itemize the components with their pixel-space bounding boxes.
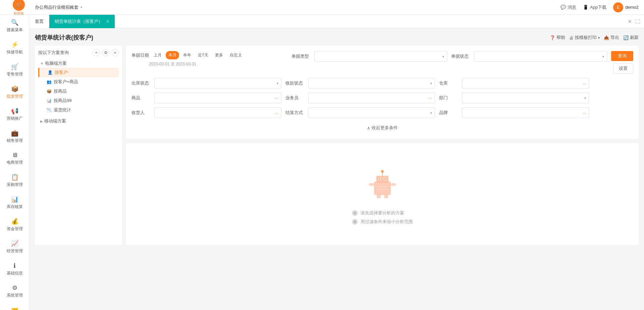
sidebar-item-purchase-mgmt[interactable]: 📋 采购管理 bbox=[0, 169, 29, 192]
salesman-dots: ··· bbox=[428, 96, 432, 101]
home-tab-label: 首页 bbox=[35, 18, 44, 24]
export-icon: 📤 bbox=[604, 35, 609, 40]
split-layout: 按以下方案查询 + ⚙ « ▼ 电脑端方案 bbox=[35, 46, 639, 245]
scheme-item-by-product-99[interactable]: 📊 按商品99 bbox=[38, 96, 119, 105]
sidebar-item-enterprise-collab[interactable]: 🤝 企业协同 bbox=[0, 302, 29, 310]
outbound-control[interactable]: ▾ bbox=[154, 78, 281, 89]
date-range: 2023-03-01 至 2023-03-31 bbox=[131, 61, 287, 67]
help-button[interactable]: ❓ 帮助 bbox=[550, 35, 565, 41]
scheme-add-button[interactable]: + bbox=[93, 49, 100, 56]
warehouse-control[interactable]: ··· bbox=[462, 78, 589, 89]
date-tab-more[interactable]: 更多 bbox=[212, 51, 226, 59]
scheme-item-return-stat[interactable]: 📉 退货统计 bbox=[38, 105, 119, 115]
receipt-arrow: ▾ bbox=[430, 82, 432, 85]
sidebar-item-finance-mgmt[interactable]: 💰 资金管理 bbox=[0, 214, 29, 236]
print-label: 按模板打印 bbox=[575, 35, 597, 41]
date-tab-last-month[interactable]: 上月 bbox=[151, 51, 164, 59]
scheme-settings-button[interactable]: ⚙ bbox=[102, 49, 109, 56]
message-action[interactable]: 💬 消息 bbox=[560, 4, 576, 10]
filter-row-3: 商品 ··· 业务员 bbox=[131, 93, 633, 103]
date-label: 单据日期 bbox=[131, 52, 149, 58]
sidebar-item-marketing[interactable]: 📢 营销推广 bbox=[0, 103, 29, 125]
receiver-dots: ··· bbox=[275, 110, 278, 115]
dept-filter: 部门 ▾ bbox=[439, 93, 589, 103]
receipt-label: 收款状态 bbox=[285, 80, 306, 86]
scheme-item-by-customer[interactable]: 👤 按客户 bbox=[38, 68, 119, 77]
date-filter-inner: 单据日期 上月 本月 本年 近7天 更多 自定义 bbox=[131, 51, 287, 59]
print-button[interactable]: 🖨 按模板打印 ▾ bbox=[569, 35, 600, 41]
query-button[interactable]: 查询 bbox=[611, 51, 633, 61]
order-type-label: 单据类型 bbox=[291, 53, 312, 59]
order-type-control[interactable]: ▾ bbox=[314, 51, 447, 62]
scheme-collapse-button[interactable]: « bbox=[111, 49, 119, 56]
sidebar-item-quick-nav[interactable]: ⚡ 快捷导航 bbox=[0, 37, 29, 59]
action-buttons: 查询 设置 bbox=[611, 51, 633, 74]
collapse-bar[interactable]: ∧ 收起更多条件 bbox=[131, 122, 633, 134]
sidebar-item-label: 批发管理 bbox=[7, 94, 23, 99]
sidebar-item-label: 营销推广 bbox=[7, 116, 23, 121]
app-download-action[interactable]: 📱 App下载 bbox=[583, 4, 606, 10]
sidebar-item-wholesale-mgmt[interactable]: 📦 批发管理 bbox=[0, 81, 29, 103]
tab-home[interactable]: 首页 bbox=[30, 15, 49, 28]
scheme-header: 按以下方案查询 + ⚙ « bbox=[38, 49, 119, 56]
logo-icon: 🛒 bbox=[13, 0, 25, 11]
return-stat-icon: 📉 bbox=[46, 107, 52, 113]
tab-sales-stat[interactable]: 销货单统计表（按客户） ✕ bbox=[49, 15, 115, 28]
order-status-control[interactable]: ▾ bbox=[474, 51, 607, 62]
salesman-label: 业务员 bbox=[285, 95, 306, 101]
dept-control[interactable]: ▾ bbox=[462, 93, 589, 103]
sidebar-item-system-mgmt[interactable]: ⚙ 系统管理 bbox=[0, 280, 29, 302]
refresh-button[interactable]: 🔄 刷新 bbox=[623, 35, 639, 41]
set-button[interactable]: 设置 bbox=[613, 63, 633, 74]
salesman-control[interactable]: ··· bbox=[308, 93, 435, 103]
sidebar-item-inventory[interactable]: 📊 库存核算 bbox=[0, 192, 29, 214]
export-button[interactable]: 📤 导出 bbox=[604, 35, 619, 41]
date-tab-this-year[interactable]: 本年 bbox=[180, 51, 194, 59]
brand-control[interactable]: ··· bbox=[462, 107, 589, 118]
sidebar: 🔍 搜索菜单 ⚡ 快捷导航 🛒 零售管理 📦 批发管理 📢 营销推广 💼 bbox=[0, 15, 30, 310]
brand-filter: 品牌 ··· bbox=[439, 107, 589, 118]
sidebar-item-basic-info[interactable]: ℹ 基础信息 bbox=[0, 258, 29, 280]
user-area[interactable]: E demo2 bbox=[613, 2, 639, 12]
top-right-actions: 💬 消息 📱 App下载 E demo2 bbox=[560, 2, 639, 12]
tab-close-icon[interactable]: ✕ bbox=[106, 19, 109, 24]
right-panel: 单据日期 上月 本月 本年 近7天 更多 自定义 bbox=[126, 46, 639, 245]
desktop-group-header[interactable]: ▼ 电脑端方案 bbox=[38, 59, 119, 68]
scheme-item-by-customer-product[interactable]: 👥 按客户+商品 bbox=[38, 77, 119, 87]
receiver-control[interactable]: ··· bbox=[154, 107, 281, 118]
scheme-item-by-product[interactable]: 📦 按商品 bbox=[38, 87, 119, 96]
order-status-arrow: ▾ bbox=[602, 55, 604, 58]
sidebar-item-ecommerce-mgmt[interactable]: 🖥 电商管理 bbox=[0, 148, 29, 169]
sidebar-item-sales-mgmt[interactable]: 💼 销售管理 bbox=[0, 125, 29, 148]
scheme-item-label: 退货统计 bbox=[54, 107, 71, 113]
scheme-title: 按以下方案查询 bbox=[38, 50, 69, 56]
receipt-control[interactable]: ▾ bbox=[308, 78, 435, 89]
maximize-icon[interactable]: ⛶ bbox=[635, 19, 640, 24]
product-control[interactable]: ··· bbox=[154, 93, 281, 103]
hint-text-1: 请先选择要分析的方案 bbox=[361, 210, 404, 216]
system-mgmt-icon: ⚙ bbox=[12, 284, 17, 292]
app-title-dropdown-icon[interactable]: ▾ bbox=[80, 5, 82, 9]
sidebar-item-label: 资金管理 bbox=[7, 226, 23, 232]
sidebar-item-retail-mgmt[interactable]: 🛒 零售管理 bbox=[0, 59, 29, 81]
mobile-group-header[interactable]: ▶ 移动端方案 bbox=[38, 117, 119, 125]
date-tab-custom[interactable]: 自定义 bbox=[227, 51, 245, 59]
mobile-group-arrow: ▶ bbox=[40, 119, 43, 123]
date-tab-this-month[interactable]: 本月 bbox=[166, 51, 179, 59]
sidebar-item-label: 电商管理 bbox=[7, 160, 23, 165]
sidebar-item-operation-mgmt[interactable]: 📈 经营管理 bbox=[0, 236, 29, 258]
sidebar-item-search-menu[interactable]: 🔍 搜索菜单 bbox=[0, 15, 29, 37]
warehouse-label: 仓库 bbox=[439, 80, 459, 86]
scheme-item-label: 按客户 bbox=[55, 69, 68, 75]
settlement-control[interactable]: ▾ bbox=[308, 107, 435, 118]
date-tab-7days[interactable]: 近7天 bbox=[195, 51, 211, 59]
svg-rect-1 bbox=[376, 176, 388, 183]
message-icon: 💬 bbox=[560, 5, 566, 10]
outbound-filter: 出库状态 ▾ bbox=[131, 78, 281, 89]
refresh-label: 刷新 bbox=[630, 35, 639, 41]
app-title-area: 办公用品行业模拟账套 ▾ bbox=[35, 4, 560, 10]
sidebar-item-label: 库存核算 bbox=[7, 204, 23, 210]
svg-point-4 bbox=[379, 178, 380, 179]
empty-illustration bbox=[362, 163, 402, 203]
close-window-icon[interactable]: ✕ bbox=[628, 19, 632, 24]
